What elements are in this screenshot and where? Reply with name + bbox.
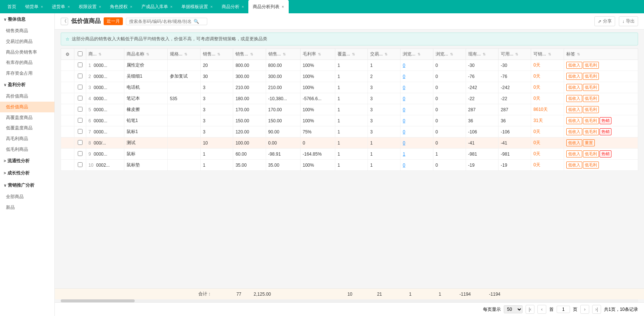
browse-link[interactable]: 0: [403, 96, 405, 101]
first-page-button[interactable]: |‹: [526, 305, 534, 314]
browse-link[interactable]: 0: [403, 85, 405, 90]
sidebar-item-category-sales-rate[interactable]: 商品分类销售率: [0, 47, 54, 58]
horizontal-scrollbar[interactable]: [61, 299, 638, 302]
per-page-select[interactable]: 50 100: [504, 305, 523, 313]
sidebar-collapse-button[interactable]: 《: [61, 18, 68, 25]
close-icon[interactable]: ×: [170, 4, 172, 9]
row-browse1: 0: [400, 71, 433, 82]
sidebar-item-new-goods[interactable]: 新品: [0, 202, 54, 213]
page-number-input[interactable]: [557, 306, 570, 313]
search-icon[interactable]: 🔍: [194, 19, 199, 24]
tag-label: 低收入: [566, 106, 582, 113]
row-sale-amount: 35.00: [266, 160, 300, 171]
row-checkbox[interactable]: [78, 162, 83, 167]
next-page-button[interactable]: ›: [580, 305, 589, 314]
row-checkbox-cell: [74, 137, 86, 149]
sidebar-item-high-margin[interactable]: 高毛利商品: [0, 133, 54, 144]
browse-link[interactable]: 0: [403, 74, 405, 79]
nav-product-stock[interactable]: 产成品入库单 ×: [137, 0, 177, 13]
row-name: 测试: [124, 137, 167, 149]
row-checkbox[interactable]: [78, 129, 83, 134]
browse-link[interactable]: 1: [403, 152, 405, 157]
footer-total-label: 合计：: [61, 291, 216, 297]
close-icon[interactable]: ×: [67, 4, 70, 9]
row-checkbox-cell: [74, 71, 86, 82]
close-icon[interactable]: ×: [41, 4, 43, 9]
sidebar-section-marketing[interactable]: ∨ 营销推广分析: [0, 179, 54, 191]
sidebar-item-stock-goods[interactable]: 有库存的商品: [0, 57, 54, 68]
row-checkbox[interactable]: [78, 107, 83, 112]
export-button[interactable]: ↓ 导出: [619, 16, 638, 26]
sidebar-section-profit[interactable]: ∨ 盈利分析: [0, 79, 54, 91]
row-current-stock: -242: [466, 82, 498, 93]
row-checkbox[interactable]: [78, 151, 83, 156]
close-icon[interactable]: ×: [99, 4, 101, 9]
nav-purchase-order[interactable]: 进货单 ×: [47, 0, 74, 13]
nav-product-analysis[interactable]: 商品分析 ×: [217, 0, 248, 13]
tag-label: 低毛利: [583, 106, 599, 113]
row-checkbox[interactable]: [78, 62, 83, 67]
nav-role-auth[interactable]: 角色授权 ×: [105, 0, 137, 13]
browse-link[interactable]: 0: [403, 63, 405, 68]
row-browse2: 0: [433, 115, 466, 126]
row-tags: 低收入低毛利: [564, 104, 638, 115]
nav-sales-order[interactable]: 销货单 ×: [21, 0, 47, 13]
close-icon[interactable]: ×: [130, 4, 132, 9]
tag-label: 低收入: [566, 128, 582, 135]
sidebar-item-traded-goods[interactable]: 交易过的商品: [0, 36, 54, 47]
sidebar-item-high-value[interactable]: 高价值商品: [0, 91, 54, 102]
close-icon[interactable]: ×: [210, 4, 212, 9]
browse-link[interactable]: 0: [403, 163, 405, 168]
row-checkbox[interactable]: [78, 85, 83, 89]
scrollbar-thumb[interactable]: [61, 299, 135, 302]
close-icon[interactable]: ×: [282, 4, 284, 9]
sidebar-item-high-coverage[interactable]: 高覆盖度商品: [0, 112, 54, 123]
nav-home[interactable]: 首页: [3, 0, 21, 13]
row-checkbox[interactable]: [78, 118, 83, 123]
sidebar-item-low-value[interactable]: 低价值商品: [0, 102, 54, 112]
close-icon[interactable]: ×: [242, 4, 244, 9]
sidebar-item-sales-goods[interactable]: 销售类商品: [0, 26, 54, 36]
share-icon: ⇗: [598, 19, 601, 24]
date-range-button[interactable]: 近一月: [104, 17, 123, 25]
row-checkbox[interactable]: [78, 74, 83, 78]
row-available-stock: -22: [499, 93, 531, 104]
col-checkbox: [74, 49, 86, 60]
row-spec: [167, 82, 200, 93]
tag-label: 低毛利: [583, 95, 599, 102]
row-number: 10: [88, 163, 93, 168]
last-page-button[interactable]: ›|: [592, 305, 601, 314]
sidebar-item-low-coverage[interactable]: 低覆盖度商品: [0, 123, 54, 133]
select-all-checkbox[interactable]: [78, 51, 83, 56]
col-coverage: 覆盖... ⇅: [335, 49, 368, 60]
row-checkbox[interactable]: [78, 140, 83, 145]
sort-icon: ⇅: [250, 52, 253, 56]
nav-template-settings[interactable]: 单据模板设置 ×: [177, 0, 217, 13]
sidebar-section-growth[interactable]: > 成长性分析: [0, 167, 54, 179]
browse-link[interactable]: 0: [403, 129, 405, 135]
col-gear[interactable]: ⚙: [61, 49, 74, 60]
sidebar-item-capital-occupation[interactable]: 库存资金占用: [0, 68, 54, 79]
table-row: 6 0000... 铅笔1 3 150.00 150.00 100% 1 3 0…: [61, 115, 638, 126]
sort-icon: ⇅: [450, 52, 453, 56]
table-row: 9 0000... 鼠标 1 60.00 -98.91 -164.85% 1 1…: [61, 149, 638, 160]
browse-link[interactable]: 0: [403, 107, 405, 112]
share-button[interactable]: ⇗ 分享: [594, 16, 615, 26]
prev-page-button[interactable]: ‹: [537, 305, 546, 314]
row-checkbox[interactable]: [78, 96, 83, 101]
row-current-stock: -76: [466, 71, 498, 82]
sidebar-section-liquidity[interactable]: > 流通性分析: [0, 155, 54, 167]
sidebar-section-overall[interactable]: ∨ 整体信息: [0, 13, 54, 26]
row-checkbox-cell: [74, 60, 86, 71]
search-input[interactable]: [129, 19, 192, 24]
nav-product-analysis-list[interactable]: 商品分析列表 ×: [248, 0, 288, 13]
row-sale-qty: 3: [201, 126, 233, 137]
browse-link[interactable]: 0: [403, 118, 405, 123]
browse-link[interactable]: 0: [403, 140, 405, 146]
sidebar-item-low-margin[interactable]: 低毛利商品: [0, 144, 54, 155]
sellable-days: 31天: [533, 118, 543, 123]
row-sale-qty: 1: [201, 160, 233, 171]
row-browse1: 1: [400, 149, 433, 160]
sidebar-item-all-goods[interactable]: 全部商品: [0, 191, 54, 202]
nav-permission[interactable]: 权限设置 ×: [74, 0, 105, 13]
